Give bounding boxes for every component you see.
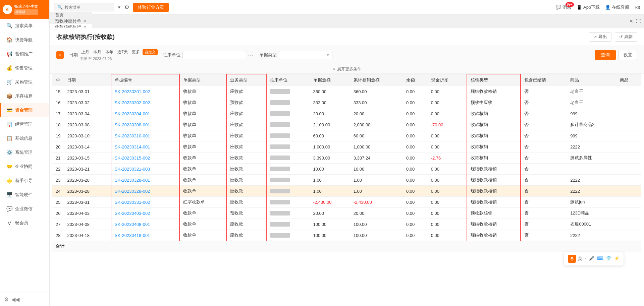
filter-date-custom[interactable]: 自定义: [143, 49, 158, 55]
cell-date: 2023-03-21: [64, 164, 111, 175]
industry-btn[interactable]: 体验行业方案: [133, 3, 169, 12]
expand-more-row[interactable]: ∨ 展开更多条件: [50, 65, 644, 74]
search-input[interactable]: [65, 5, 105, 10]
sidebar-item-5[interactable]: 📦库存核算: [0, 89, 49, 103]
close-tab-icon[interactable]: ✕: [629, 18, 633, 24]
cell-settled: 否: [521, 208, 567, 219]
refresh-btn[interactable]: ↺ 刷新: [615, 32, 637, 42]
tab-0[interactable]: 首页: [50, 12, 92, 18]
sidebar-item-icon-6: 💳: [6, 107, 12, 113]
cell-date: 2023-03-14: [64, 141, 111, 152]
doc-link[interactable]: SK-20230304-001: [115, 111, 150, 116]
tab-close-1[interactable]: ✕: [83, 19, 87, 23]
doc-link[interactable]: SK-20230328-001: [115, 178, 150, 183]
topbar-right: 💬 消息 99+ 📱 App下载 👤 在线客服 Rit: [556, 4, 640, 10]
cell-biztype: 应收款: [226, 230, 266, 241]
filter-partner-input[interactable]: [182, 51, 246, 59]
collapse-icon[interactable]: ◀◀: [11, 296, 19, 303]
watermark-icon-4[interactable]: ⌨: [597, 256, 603, 262]
cell-amount: 3,390.00: [310, 152, 350, 164]
filter-date-more[interactable]: 更多: [130, 49, 141, 56]
doc-link[interactable]: SK-20230331-002: [115, 200, 150, 205]
sidebar-item-2[interactable]: 📢营销推广: [0, 47, 49, 61]
doc-link[interactable]: SK-20230328-002: [115, 189, 150, 194]
sidebar-item-8[interactable]: 📋基础信息: [0, 131, 49, 145]
watermark-icon-2[interactable]: ·: [585, 256, 586, 262]
doc-link[interactable]: SK-20230310-001: [115, 133, 150, 138]
doc-link[interactable]: SK-20230418-001: [115, 233, 150, 238]
cell-doctype: 收款单: [179, 130, 226, 141]
topbar-user[interactable]: Rit: [635, 5, 640, 10]
filter-date-this-year[interactable]: 本年: [104, 49, 115, 56]
cell-partner: [266, 219, 310, 230]
sidebar-item-0[interactable]: 🔍搜索菜单: [0, 19, 49, 33]
page-title: 收款核销执行(按收款): [56, 33, 115, 41]
cell-product: 999: [567, 130, 616, 141]
sidebar-item-13[interactable]: 💬企业微信: [0, 202, 49, 216]
cell-balance: 0.00: [403, 108, 428, 119]
tab-1[interactable]: 预收冲应付单✕: [50, 18, 92, 24]
sidebar-item-9[interactable]: ⚙️系统管理: [0, 145, 49, 160]
filter-doctype-select[interactable]: [279, 51, 332, 59]
doc-link[interactable]: SK-20230321-003: [115, 167, 150, 172]
doc-link[interactable]: SK-20230302-002: [115, 100, 150, 105]
cell-biztype: 应收款: [226, 130, 266, 141]
watermark-icon-5[interactable]: 👕: [606, 256, 611, 262]
filter-partner-dots[interactable]: ···: [248, 53, 254, 58]
sidebar-item-3[interactable]: 💰销售管理: [0, 61, 49, 75]
cell-settled: 否: [521, 152, 567, 164]
doc-link[interactable]: SK-20230314-001: [115, 144, 150, 149]
doc-link[interactable]: SK-20230315-002: [115, 156, 150, 161]
topbar-gear-icon[interactable]: ⚙: [124, 4, 129, 10]
cell-settled: 否: [521, 141, 567, 152]
cell-writeoff: 100.00: [350, 230, 403, 241]
col-header-gear[interactable]: ⚙: [52, 74, 64, 86]
doc-link[interactable]: SK-20230408-001: [115, 222, 150, 227]
cell-docno: SK-20230418-001: [111, 230, 180, 241]
watermark-icon-1[interactable]: 英: [578, 256, 582, 262]
sidebar-item-icon-9: ⚙️: [6, 149, 12, 156]
filter-expand-btn[interactable]: »: [56, 51, 64, 59]
doc-link[interactable]: SK-20230403-002: [115, 211, 150, 216]
sidebar-item-7[interactable]: 📊经营管理: [0, 117, 49, 131]
table-row: 25 2023-03-31 SK-20230331-002 红字收款单 应收款 …: [52, 197, 641, 208]
settings-icon[interactable]: ⚙: [4, 296, 9, 303]
filter-date-last-month[interactable]: 上月: [80, 49, 91, 56]
watermark-icon-3[interactable]: 🎤: [589, 256, 594, 262]
export-btn[interactable]: ↗ 导出: [589, 32, 611, 42]
filter-query-btn[interactable]: 查询: [595, 50, 616, 60]
sidebar-item-12[interactable]: 🖥️智能硬件: [0, 188, 49, 202]
cell-biztype: 应收款: [226, 141, 266, 152]
sidebar-item-4[interactable]: 🛒采购管理: [0, 75, 49, 89]
filter-date-range: 上月 本月 本年 近7天 更多 自定义 不限 至 2023-07-26: [80, 49, 158, 61]
cell-biztype: 应收款: [226, 164, 266, 175]
topbar-search[interactable]: 🔍: [54, 3, 114, 11]
col-header-biztype: 业务类型: [226, 74, 266, 86]
filter-settings-btn[interactable]: 设置: [619, 50, 637, 60]
sidebar-item-14[interactable]: V畅会员: [0, 216, 49, 230]
cell-seq: 27: [52, 219, 64, 230]
cell-partner: [266, 152, 310, 164]
watermark-icon-6[interactable]: ⚡: [614, 256, 620, 262]
sidebar-item-6[interactable]: 💳资金管理: [0, 103, 49, 117]
col-header-product2: 商品: [616, 74, 641, 86]
topbar-app-download[interactable]: 📱 App下载: [577, 4, 600, 10]
filter-date-this-month[interactable]: 本月: [92, 49, 103, 56]
doc-link[interactable]: SK-20230308-001: [115, 122, 150, 127]
table-row: 19 2023-03-10 SK-20230310-001 收款单 应收款 60…: [52, 130, 641, 141]
topbar-messages[interactable]: 💬 消息 99+: [556, 4, 571, 10]
cell-product2: [616, 141, 641, 152]
sidebar-item-1[interactable]: 🏠快捷导航: [0, 33, 49, 47]
doc-link[interactable]: SK-20230301-002: [115, 89, 150, 94]
sidebar-item-icon-4: 🛒: [6, 79, 12, 85]
expand-tabs-icon[interactable]: ⛶: [636, 18, 641, 24]
topbar-dropdown[interactable]: ▾: [118, 5, 120, 10]
cell-product2: [616, 230, 641, 241]
sidebar-item-label-9: 系统管理: [15, 149, 33, 156]
topbar-customer-service[interactable]: 👤 在线客服: [605, 4, 629, 10]
filter-date-7days[interactable]: 近7天: [116, 49, 129, 56]
cell-canceltype: 收款核销: [467, 119, 521, 130]
sidebar-item-11[interactable]: 🌟新手引导: [0, 174, 49, 188]
cell-product2: [616, 86, 641, 97]
sidebar-item-10[interactable]: 🤝企业协同: [0, 160, 49, 174]
